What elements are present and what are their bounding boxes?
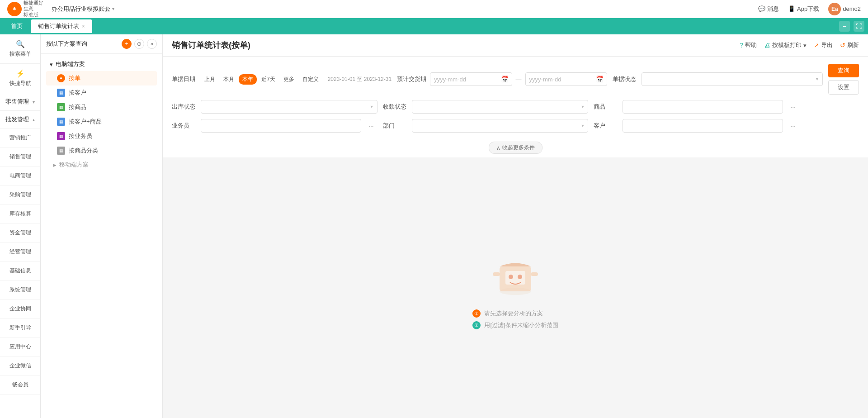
mobile-scheme-title[interactable]: ▸ 移动端方案	[46, 158, 157, 171]
tab-home[interactable]: 首页	[4, 19, 30, 33]
customer-filter: 客户 ···	[594, 119, 799, 133]
empty-state: ① 请先选择要分析的方案 ② 用[过滤]条件来缩小分析范围	[163, 157, 868, 418]
calendar-icon: 📅	[501, 76, 509, 83]
left-panel-actions: + ⊙ «	[122, 39, 157, 49]
scheme-by-product-category[interactable]: ▦ 按商品分类	[46, 143, 157, 158]
query-button[interactable]: 查询	[828, 64, 859, 77]
product-filter: 商品 ···	[594, 100, 799, 114]
product-input[interactable]	[623, 100, 783, 114]
logo-text: 畅捷通好生意 标准版	[24, 0, 48, 18]
help-btn[interactable]: ? 帮助	[740, 41, 757, 49]
sidebar-item-enterprise-collab[interactable]: 企业协同	[0, 299, 40, 318]
close-icon[interactable]: ×	[82, 23, 85, 29]
tab-bar: 首页 销售订单统计表 × − ⛶	[0, 18, 868, 34]
top-header: 畅捷通好生意 标准版 办公用品行业模拟账套 ▾ 💬 消息 📱 App下载 Ea …	[0, 0, 868, 18]
add-scheme-btn[interactable]: +	[122, 39, 132, 49]
chevron-down-icon: ▾	[33, 100, 35, 104]
sidebar-item-quick-nav[interactable]: ⚡ 快捷导航	[0, 64, 40, 93]
scheme-by-product[interactable]: ▦ 按商品	[46, 100, 157, 114]
minimize-btn[interactable]: −	[839, 21, 850, 32]
page-title: 销售订单统计表(按单)	[172, 40, 250, 51]
department-select[interactable]	[412, 119, 589, 133]
date-label: 单据日期	[172, 75, 197, 83]
sidebar-item-ops-mgmt[interactable]: 经营管理	[0, 242, 40, 261]
sidebar-item-ecommerce-mgmt[interactable]: 电商管理	[0, 166, 40, 185]
collapse-conditions-btn[interactable]: ∧ 收起更多条件	[489, 142, 542, 154]
sidebar-item-member[interactable]: 畅会员	[0, 375, 40, 394]
scheme-icon-cust-prod: ▦	[57, 118, 65, 126]
date-range-text: 2023-01-01 至 2023-12-31	[328, 76, 392, 83]
export-btn[interactable]: ↗ 导出	[814, 41, 833, 49]
delivery-date-start[interactable]	[430, 72, 512, 86]
page-header-actions: ? 帮助 🖨 按模板打印 ▾ ↗ 导出 ↺ 刷新	[740, 41, 859, 49]
sidebar-item-retail-mgmt[interactable]: 零售管理 ▾	[0, 93, 40, 111]
sidebar-item-search-menu[interactable]: 🔍 搜索菜单	[0, 34, 40, 64]
scheme-by-customer[interactable]: ▦ 按客户	[46, 86, 157, 100]
message-btn[interactable]: 💬 消息	[758, 5, 779, 13]
scheme-by-order[interactable]: 按单	[46, 71, 157, 86]
expected-delivery-label: 预计交货期	[397, 75, 426, 83]
salesperson-input[interactable]	[201, 119, 361, 133]
chevron-down-icon: ▾	[112, 6, 114, 11]
scheme-icon-order	[57, 74, 65, 82]
delivery-status-select[interactable]	[201, 100, 377, 114]
tab-sales-stats[interactable]: 销售订单统计表 ×	[31, 19, 92, 33]
page-header: 销售订单统计表(按单) ? 帮助 🖨 按模板打印 ▾ ↗ 导出	[163, 34, 868, 57]
delivery-date-end-wrapper: 📅	[525, 72, 607, 86]
settings-button[interactable]: 设置	[828, 80, 859, 95]
delivery-status-select-wrapper	[201, 100, 377, 114]
sidebar-item-enterprise-wechat[interactable]: 企业微信	[0, 356, 40, 375]
pc-scheme-title[interactable]: ▾ 电脑端方案	[46, 57, 157, 71]
scheme-icon-prod-cat: ▦	[57, 147, 65, 155]
tab-label: 销售订单统计表	[38, 22, 79, 30]
dropdown-arrow-icon: ▾	[803, 42, 807, 49]
sidebar-item-wholesale-mgmt[interactable]: 批发管理 ▴	[0, 111, 40, 128]
sidebar-item-inventory[interactable]: 库存核算	[0, 204, 40, 223]
help-icon: ?	[740, 42, 743, 49]
download-icon: 📱	[788, 5, 795, 12]
user-profile[interactable]: Ea demo2	[828, 3, 861, 15]
date-tab-7days[interactable]: 近7天	[258, 74, 279, 85]
refresh-icon: ↺	[840, 42, 845, 49]
payment-status-select[interactable]	[412, 100, 589, 114]
workspace-selector[interactable]: 办公用品行业模拟账套 ▾	[52, 5, 114, 13]
refresh-btn[interactable]: ↺ 刷新	[840, 41, 859, 49]
app-download-btn[interactable]: 📱 App下载	[788, 5, 819, 13]
sidebar-item-app-center[interactable]: 应用中心	[0, 337, 40, 356]
status-select[interactable]	[642, 72, 823, 86]
settings-scheme-btn[interactable]: ⊙	[134, 39, 144, 49]
sidebar-item-sales-mgmt[interactable]: 销售管理	[0, 147, 40, 166]
scheme-by-salesperson[interactable]: ▦ 按业务员	[46, 129, 157, 143]
calendar-icon-2: 📅	[596, 76, 604, 83]
sidebar-item-new-guide[interactable]: 新手引导	[0, 318, 40, 337]
svg-rect-10	[531, 272, 538, 276]
tip-num-1: ①	[472, 309, 481, 318]
sidebar-item-marketing[interactable]: 营销推广	[0, 128, 40, 147]
avatar: Ea	[828, 3, 841, 15]
product-dots-btn[interactable]: ···	[787, 101, 799, 112]
date-tab-custom[interactable]: 自定义	[299, 74, 322, 85]
sidebar-item-purchase-mgmt[interactable]: 采购管理	[0, 185, 40, 204]
sidebar-item-finance-mgmt[interactable]: 资金管理	[0, 223, 40, 242]
print-template-btn[interactable]: 🖨 按模板打印 ▾	[764, 41, 807, 49]
date-tab-last-month[interactable]: 上月	[201, 74, 219, 85]
content-area: 按以下方案查询 + ⊙ « ▾ 电脑端方案	[41, 34, 868, 418]
salesperson-dots-btn[interactable]: ···	[365, 120, 377, 131]
delivery-status-label: 出库状态	[172, 103, 197, 111]
scheme-by-customer-product[interactable]: ▦ 按客户+商品	[46, 114, 157, 129]
sidebar-item-basic-info[interactable]: 基础信息	[0, 261, 40, 280]
tip-num-2: ②	[472, 321, 481, 329]
date-tab-more[interactable]: 更多	[280, 74, 298, 85]
customer-input[interactable]	[623, 119, 783, 133]
date-tab-this-year[interactable]: 本年	[239, 74, 257, 85]
search-icon: 🔍	[16, 40, 25, 48]
date-tab-this-month[interactable]: 本月	[220, 74, 238, 85]
customer-dots-btn[interactable]: ···	[787, 120, 799, 131]
maximize-btn[interactable]: ⛶	[854, 21, 864, 32]
chevron-up-icon: ▴	[33, 117, 35, 122]
collapse-panel-btn[interactable]: «	[147, 39, 157, 49]
delivery-date-end[interactable]	[525, 72, 607, 86]
left-panel: 按以下方案查询 + ⊙ « ▾ 电脑端方案	[41, 34, 163, 418]
sidebar-item-sys-mgmt[interactable]: 系统管理	[0, 280, 40, 299]
main-layout: 🔍 搜索菜单 ⚡ 快捷导航 零售管理 ▾ 批发管理 ▴ 营销推广 销售管理 电商…	[0, 34, 868, 418]
